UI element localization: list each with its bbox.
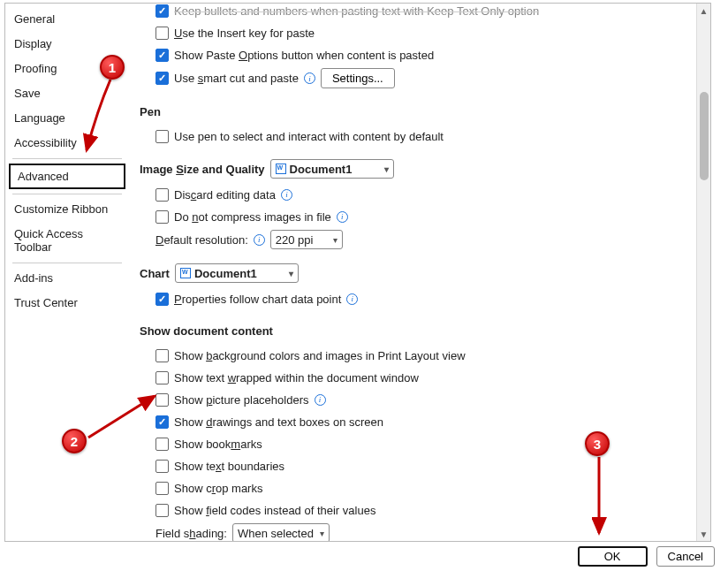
sidebar-item-display[interactable]: Display — [5, 32, 129, 57]
label-pen: Use pen to select and interact with cont… — [174, 130, 444, 143]
sidebar-item-addins[interactable]: Add-ins — [5, 266, 129, 291]
checkbox-no-compress[interactable] — [155, 210, 169, 224]
annotation-callout-2: 2 — [62, 429, 87, 453]
sidebar-item-general[interactable]: General — [5, 7, 129, 32]
checkbox-text-wrapped[interactable] — [155, 371, 169, 384]
header-image-size: Image Size and Quality — [140, 163, 265, 176]
chevron-down-icon: ▾ — [333, 235, 337, 245]
scroll-up-arrow[interactable]: ▲ — [697, 4, 710, 18]
sidebar-item-language[interactable]: Language — [5, 106, 129, 131]
label-no-compress: Do not compress images in file — [174, 210, 331, 224]
label-bookmarks: Show bookmarks — [174, 438, 262, 451]
label-discard-editing: Discard editing data — [174, 188, 276, 202]
label-text-wrapped: Show text wrapped within the document wi… — [174, 371, 419, 384]
sidebar-item-accessibility[interactable]: Accessibility — [5, 131, 129, 156]
label-insert-key: Use the Insert key for paste — [174, 27, 315, 40]
ok-button[interactable]: OK — [578, 546, 648, 567]
category-sidebar: General Display Proofing Save Language A… — [5, 4, 129, 541]
header-show-document-content: Show document content — [140, 322, 694, 339]
info-icon[interactable]: i — [315, 394, 326, 406]
checkbox-chart-props[interactable] — [155, 293, 169, 306]
label-background-colors: Show background colors and images in Pri… — [174, 349, 466, 362]
vertical-scrollbar[interactable]: ▲ ▼ — [696, 4, 710, 541]
info-icon[interactable]: i — [254, 234, 265, 246]
checkbox-bookmarks[interactable] — [155, 438, 169, 451]
combo-chart-doc[interactable]: Document1 ▾ — [175, 263, 299, 283]
label-drawings: Show drawings and text boxes on screen — [174, 415, 383, 429]
checkbox-background-colors[interactable] — [155, 349, 169, 362]
checkbox-paste-options[interactable] — [155, 49, 169, 62]
label-text-boundaries: Show text boundaries — [174, 460, 284, 473]
document-icon — [276, 164, 286, 174]
sidebar-item-trust-center[interactable]: Trust Center — [5, 291, 129, 316]
scroll-thumb[interactable] — [700, 92, 709, 180]
sidebar-divider — [12, 263, 122, 263]
checkbox-picture-placeholders[interactable] — [155, 393, 169, 407]
settings-button[interactable]: Settings... — [321, 68, 395, 88]
annotation-callout-3: 3 — [585, 431, 610, 456]
info-icon[interactable]: i — [337, 211, 348, 223]
header-chart: Chart — [140, 267, 170, 280]
label-picture-placeholders: Show picture placeholders — [174, 393, 309, 407]
label-field-codes: Show field codes instead of their values — [174, 504, 375, 517]
combo-image-doc[interactable]: Document1 ▾ — [270, 159, 394, 179]
label-chart-props: Properties follow chart data point — [174, 293, 341, 306]
checkbox-field-codes[interactable] — [155, 504, 169, 517]
checkbox-keep-bullets[interactable] — [155, 4, 169, 18]
info-icon[interactable]: i — [304, 72, 315, 84]
chevron-down-icon: ▾ — [289, 269, 293, 278]
document-icon — [180, 268, 191, 278]
label-paste-options: Show Paste Options button when content i… — [174, 49, 434, 62]
annotation-callout-1: 1 — [100, 55, 125, 80]
checkbox-smart-cut[interactable] — [155, 72, 169, 85]
chevron-down-icon: ▾ — [384, 164, 389, 174]
sidebar-item-quick-access[interactable]: Quick Access Toolbar — [5, 222, 129, 260]
sidebar-item-customize-ribbon[interactable]: Customize Ribbon — [5, 197, 129, 222]
label-keep-bullets: Keep bullets and numbers when pasting te… — [174, 4, 539, 18]
sidebar-item-save[interactable]: Save — [5, 81, 129, 106]
label-smart-cut: Use smart cut and paste — [174, 72, 299, 85]
options-frame: General Display Proofing Save Language A… — [4, 3, 711, 542]
sidebar-divider — [12, 194, 122, 194]
label-default-resolution: Default resolution: — [155, 233, 248, 247]
info-icon[interactable]: i — [346, 293, 358, 305]
checkbox-pen[interactable] — [155, 130, 169, 143]
dialog-button-bar: OK Cancel — [4, 545, 724, 567]
chevron-down-icon: ▾ — [320, 529, 324, 538]
options-content: Keep bullets and numbers when pasting te… — [129, 4, 710, 541]
combo-resolution[interactable]: 220 ppi ▾ — [270, 230, 343, 249]
checkbox-drawings[interactable] — [155, 415, 169, 429]
combo-field-shading[interactable]: When selected ▾ — [232, 523, 330, 541]
checkbox-crop-marks[interactable] — [155, 482, 169, 495]
label-crop-marks: Show crop marks — [174, 482, 262, 495]
checkbox-discard-editing[interactable] — [155, 188, 169, 202]
sidebar-divider — [12, 158, 122, 159]
cancel-button[interactable]: Cancel — [656, 546, 715, 567]
info-icon[interactable]: i — [281, 189, 292, 201]
checkbox-text-boundaries[interactable] — [155, 460, 169, 473]
header-pen: Pen — [140, 103, 694, 120]
label-field-shading: Field shading: — [155, 527, 227, 540]
scroll-down-arrow[interactable]: ▼ — [697, 527, 710, 541]
sidebar-item-advanced[interactable]: Advanced — [9, 164, 125, 189]
checkbox-insert-key[interactable] — [155, 27, 169, 40]
